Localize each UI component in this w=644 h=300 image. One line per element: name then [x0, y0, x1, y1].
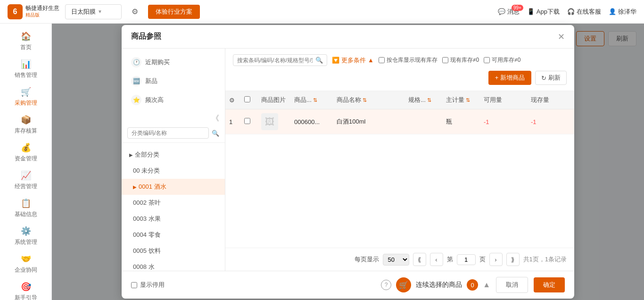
cat-item-fruit[interactable]: 0003 水果 — [122, 211, 225, 227]
system-icon: ⚙️ — [21, 226, 31, 236]
cat-item-liquor[interactable]: ▶ 0001 酒水 — [122, 179, 225, 195]
filter-button[interactable]: 🔽 更多条件 ▲ — [332, 56, 374, 65]
category-search-icon[interactable]: 🔍 — [212, 130, 219, 137]
cart-icon[interactable]: 🛒 — [396, 277, 411, 292]
usable-not-zero-input[interactable] — [484, 57, 490, 63]
sidebar-item-purchase[interactable]: 🛒 采购管理 — [0, 83, 51, 111]
sort-unit-icon: ⇅ — [466, 97, 470, 103]
th-name[interactable]: 商品名称 ⇅ — [333, 91, 405, 109]
filter-icon: 🔽 — [332, 57, 339, 64]
modal-footer: 显示停用 ? 🛒 连续选择的商品 0 ▲ 取消 确定 — [122, 271, 574, 299]
sidebar-item-guide[interactable]: 🎯 新手引导 — [0, 278, 51, 300]
sidebar-item-sales[interactable]: 📊 销售管理 — [0, 55, 51, 83]
cat-label-fruit: 0003 水果 — [133, 215, 161, 223]
product-search-input[interactable] — [237, 57, 313, 64]
th-spec[interactable]: 规格... ⇅ — [405, 91, 442, 109]
add-product-button[interactable]: + 新增商品 — [488, 71, 531, 85]
cat-item-snack[interactable]: 0004 零食 — [122, 227, 225, 243]
cat-label-tea: 0002 茶叶 — [133, 199, 161, 207]
sidebar-label-basic-info: 基础信息 — [15, 210, 37, 218]
messages-button[interactable]: 💬 消息 99+ — [498, 8, 520, 16]
available-not-zero-input[interactable] — [442, 57, 448, 63]
sidebar-label-guide: 新手引导 — [15, 294, 37, 300]
toolbar: 🔍 🔽 更多条件 ▲ 按仓库显示现有库存 — [225, 49, 574, 91]
th-available: 可用量 — [480, 91, 527, 109]
by-warehouse-label: 按仓库显示现有库存 — [387, 56, 438, 64]
cat-item-tea[interactable]: 0002 茶叶 — [122, 195, 225, 211]
sidebar-item-inventory[interactable]: 📦 库存核算 — [0, 111, 51, 139]
cat-label-uncategorized: 00 未分类 — [133, 167, 160, 175]
quick-item-new[interactable]: 🆕 新品 — [127, 73, 219, 89]
sidebar-label-operations: 经营管理 — [15, 183, 37, 191]
sort-name-icon: ⇅ — [363, 97, 367, 103]
cancel-button[interactable]: 取消 — [496, 277, 528, 293]
content-area: 查询 设置 刷新 商品参照 ✕ 🕐 — [52, 24, 644, 300]
page-size-select[interactable]: 10 20 50 100 — [383, 254, 409, 266]
sidebar-item-system[interactable]: ⚙️ 系统管理 — [0, 222, 51, 250]
page-number-input[interactable] — [457, 254, 476, 265]
cat-item-all[interactable]: ▶ 全部分类 — [122, 147, 225, 163]
select-all-checkbox[interactable] — [244, 96, 250, 102]
th-settings[interactable]: ⚙ — [225, 91, 240, 109]
sidebar-item-operations[interactable]: 📈 经营管理 — [0, 167, 51, 194]
row-select-checkbox[interactable] — [244, 118, 250, 124]
usable-not-zero-checkbox[interactable]: 可用库存≠0 — [484, 56, 520, 64]
next-page-button[interactable]: › — [489, 253, 503, 266]
user-avatar[interactable]: 👤 徐泽华 — [609, 8, 636, 16]
product-image: 🖼 — [261, 113, 278, 130]
refresh-product-button[interactable]: ↻ 刷新 — [535, 71, 567, 85]
inventory-icon: 📦 — [21, 115, 31, 125]
left-panel: 🕐 近期购买 🆕 新品 ⭐ 频次高 — [122, 49, 225, 271]
th-code[interactable]: 商品... ⇅ — [290, 91, 333, 109]
category-search: 🔍 — [122, 127, 225, 143]
by-warehouse-input[interactable] — [379, 57, 385, 63]
product-search-icon[interactable]: 🔍 — [315, 57, 323, 64]
sidebar-item-finance[interactable]: 💰 资金管理 — [0, 139, 51, 167]
by-warehouse-checkbox[interactable]: 按仓库显示现有库存 — [379, 56, 438, 64]
sidebar-item-basic-info[interactable]: 📋 基础信息 — [0, 194, 51, 222]
home-icon: 🏠 — [21, 31, 31, 42]
cat-item-uncategorized[interactable]: 00 未分类 — [122, 163, 225, 179]
row-stock: -1 — [527, 109, 574, 134]
show-disabled-checkbox[interactable]: 显示停用 — [131, 281, 165, 289]
first-page-button[interactable]: ⟪ — [413, 253, 426, 266]
collapse-panel-button[interactable]: 《 — [122, 114, 225, 127]
user-name: 徐泽华 — [618, 8, 636, 16]
sidebar-label-home: 首页 — [20, 43, 32, 51]
collapse-footer-icon[interactable]: ▲ — [483, 281, 490, 289]
row-unit: 瓶 — [442, 109, 480, 134]
prev-page-button[interactable]: ‹ — [430, 253, 443, 266]
app-download-button[interactable]: 📱 App下载 — [527, 8, 560, 16]
last-page-button[interactable]: ⟫ — [506, 253, 520, 266]
settings-icon[interactable]: ⚙ — [127, 4, 142, 19]
confirm-button[interactable]: 确定 — [534, 277, 565, 292]
total-info: 共1页，1条记录 — [523, 255, 567, 264]
th-unit[interactable]: 主计量 ⇅ — [442, 91, 480, 109]
modal-close-button[interactable]: ✕ — [558, 33, 565, 41]
sidebar-item-collaboration[interactable]: 🤝 企业协同 — [0, 250, 51, 278]
collaboration-icon: 🤝 — [21, 254, 31, 264]
row-checkbox[interactable] — [240, 109, 257, 134]
nav-right: 💬 消息 99+ 📱 App下载 🎧 在线客服 👤 徐泽华 — [498, 8, 636, 16]
cat-item-beverage[interactable]: 0005 饮料 — [122, 243, 225, 259]
message-badge: 99+ — [512, 5, 523, 11]
help-icon[interactable]: ? — [381, 280, 391, 290]
company-selector[interactable]: 日太阳膜 ▼ — [65, 4, 122, 19]
row-seq: 1 — [225, 109, 240, 134]
mobile-icon: 📱 — [527, 8, 535, 15]
category-search-input[interactable] — [127, 127, 209, 139]
quick-item-recent[interactable]: 🕐 近期购买 — [127, 54, 219, 70]
cat-label-snack: 0004 零食 — [133, 231, 161, 239]
message-icon: 💬 — [498, 8, 505, 15]
table-row[interactable]: 1 🖼 000600... 白酒100ml — [225, 109, 574, 134]
quick-item-frequent[interactable]: ⭐ 频次高 — [127, 92, 219, 108]
purchase-icon: 🛒 — [21, 87, 31, 97]
filter-label: 更多条件 — [341, 56, 366, 65]
show-disabled-input[interactable] — [131, 282, 137, 288]
available-not-zero-checkbox[interactable]: 现有库存≠0 — [442, 56, 479, 64]
trial-button[interactable]: 体验行业方案 — [148, 5, 200, 19]
cat-item-water[interactable]: 0008 水 — [122, 259, 225, 271]
online-service-button[interactable]: 🎧 在线客服 — [567, 8, 601, 16]
category-list: ▶ 全部分类 00 未分类 ▶ 0001 酒水 0002 茶 — [122, 143, 225, 271]
sidebar-item-home[interactable]: 🏠 首页 — [0, 27, 51, 55]
